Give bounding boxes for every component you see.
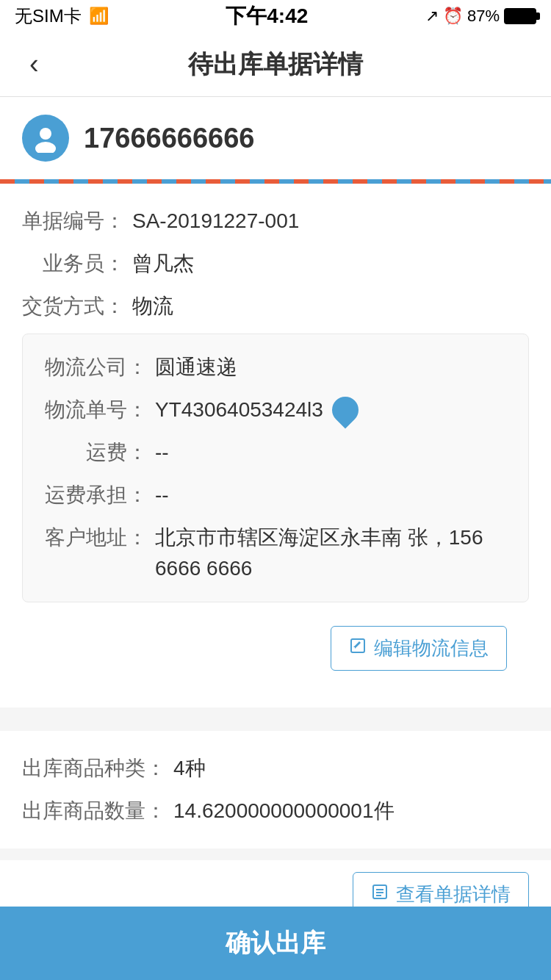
- logistics-card: 物流公司： 圆通速递 物流单号： YT43064053424l3 运费： -- …: [22, 334, 529, 602]
- back-button[interactable]: ‹: [22, 41, 46, 87]
- address-value: 北京市市辖区海淀区永丰南 张，156 6666 6666: [155, 522, 506, 584]
- product-section: 出库商品种类： 4种 出库商品数量： 14.620000000000001件: [0, 731, 551, 849]
- avatar-icon: [31, 123, 60, 153]
- product-quantity-label: 出库商品数量：: [22, 796, 166, 826]
- user-header: 17666666666: [0, 97, 551, 179]
- freight-row: 运费： --: [45, 437, 506, 468]
- tracking-number-value: YT43064053424l3: [155, 394, 506, 425]
- edit-button-container: 编辑物流信息: [22, 614, 529, 685]
- address-label: 客户地址：: [45, 522, 148, 553]
- delivery-method-label: 交货方式：: [22, 291, 125, 322]
- section-divider: [0, 719, 551, 731]
- address-row: 客户地址： 北京市市辖区海淀区永丰南 张，156 6666 6666: [45, 522, 506, 584]
- status-left: 无SIM卡 📶: [15, 4, 109, 28]
- alarm-icon: ⏰: [443, 7, 463, 26]
- delivery-method-value: 物流: [132, 291, 529, 322]
- list-icon: [371, 883, 389, 906]
- product-quantity-row: 出库商品数量： 14.620000000000001件: [22, 796, 529, 826]
- product-type-label: 出库商品种类：: [22, 753, 166, 784]
- confirm-button-text: 确认出库: [226, 926, 325, 960]
- carrier-text: 无SIM卡: [15, 4, 82, 28]
- content-area: 17666666666 单据编号： SA-20191227-001 业务员： 曾…: [0, 97, 551, 980]
- tracking-number-row: 物流单号： YT43064053424l3: [45, 394, 506, 425]
- edit-icon: [349, 637, 367, 660]
- status-right: ↗ ⏰ 87%: [425, 7, 536, 26]
- nav-bar: ‹ 待出库单据详情: [0, 32, 551, 97]
- view-detail-label: 查看单据详情: [396, 882, 511, 907]
- status-bar: 无SIM卡 📶 下午4:42 ↗ ⏰ 87%: [0, 0, 551, 32]
- product-type-row: 出库商品种类： 4种: [22, 753, 529, 784]
- freight-bear-value: --: [155, 480, 506, 511]
- tracking-number-label: 物流单号：: [45, 394, 148, 425]
- product-type-value: 4种: [173, 753, 529, 784]
- logistics-company-row: 物流公司： 圆通速递: [45, 352, 506, 383]
- document-number-row: 单据编号： SA-20191227-001: [22, 206, 529, 237]
- wifi-icon: 📶: [89, 7, 109, 26]
- basic-info-section: 单据编号： SA-20191227-001 业务员： 曾凡杰 交货方式： 物流 …: [0, 184, 551, 707]
- confirm-button-bar[interactable]: 确认出库: [0, 907, 551, 980]
- document-number-label: 单据编号：: [22, 206, 125, 237]
- freight-bear-label: 运费承担：: [45, 480, 148, 511]
- avatar: [22, 115, 69, 162]
- logistics-company-label: 物流公司：: [45, 352, 148, 383]
- logistics-company-value: 圆通速递: [155, 352, 506, 383]
- svg-point-0: [40, 128, 51, 140]
- page-title: 待出库单据详情: [188, 48, 363, 82]
- status-time: 下午4:42: [226, 2, 308, 30]
- product-quantity-value: 14.620000000000001件: [173, 796, 529, 826]
- document-number-value: SA-20191227-001: [132, 206, 529, 237]
- edit-pen-icon: [349, 637, 367, 655]
- tracking-number-text: YT43064053424l3: [155, 394, 323, 425]
- edit-logistics-label: 编辑物流信息: [374, 635, 489, 661]
- detail-list-icon: [371, 883, 389, 901]
- salesperson-value: 曾凡杰: [132, 248, 529, 279]
- user-phone: 17666666666: [84, 123, 254, 154]
- battery-icon: [504, 8, 536, 24]
- svg-point-1: [35, 142, 56, 153]
- edit-logistics-button[interactable]: 编辑物流信息: [331, 626, 507, 671]
- battery-percent: 87%: [467, 7, 500, 26]
- delivery-method-row: 交货方式： 物流: [22, 291, 529, 322]
- location-icon: ↗: [425, 7, 439, 26]
- freight-bear-row: 运费承担： --: [45, 480, 506, 511]
- salesperson-row: 业务员： 曾凡杰: [22, 248, 529, 279]
- freight-label: 运费：: [45, 437, 148, 468]
- salesperson-label: 业务员：: [22, 248, 125, 279]
- location-pin-icon[interactable]: [326, 392, 364, 429]
- freight-value: --: [155, 437, 506, 468]
